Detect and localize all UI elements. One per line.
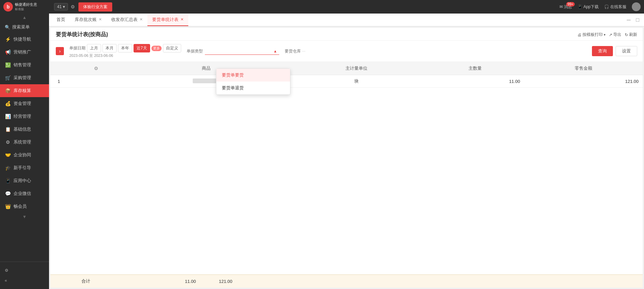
scroll-up-icon[interactable]: ▲: [0, 14, 49, 21]
inventory-icon: 📦: [5, 88, 11, 94]
warehouse-label: 要货仓库: [285, 48, 301, 54]
sidebar-item-basic[interactable]: 📋 基础信息: [0, 123, 49, 136]
type-select-box[interactable]: ▲: [205, 48, 279, 55]
app-download-label: App下载: [583, 4, 599, 10]
template-print-label: 按模板打印: [582, 32, 603, 38]
tab-order-stat-label: 要货单统计表: [152, 17, 178, 23]
operations-icon: 📊: [5, 113, 11, 119]
tab-maximize-button[interactable]: □: [634, 16, 641, 24]
filter-expand-button[interactable]: ›: [56, 47, 64, 55]
sidebar-label-wechat: 企业微信: [14, 191, 31, 197]
sidebar-item-newbie[interactable]: 🎓 新手引导: [0, 161, 49, 174]
app-version: 标准版: [15, 7, 37, 12]
export-action[interactable]: ↗ 导出: [609, 32, 621, 38]
app-name: 畅捷通好生意: [15, 2, 37, 7]
avatar[interactable]: [632, 2, 641, 11]
main-layout: ▲ 🔍 搜索菜单 ⚡ 快捷导航 📢 营销推广 💹 销售管理 🛒 采购管理 📦 库…: [0, 14, 644, 289]
sidebar-label-system: 系统管理: [14, 139, 31, 145]
sidebar-collapse[interactable]: «: [0, 275, 49, 286]
basic-icon: 📋: [5, 126, 11, 132]
tab-batch-label: 库存批次账: [75, 17, 97, 23]
col-settings-icon[interactable]: ⚙: [94, 66, 98, 71]
sidebar-label-enterprise: 企业协同: [14, 152, 31, 158]
table-footer: 合计 11.00 121.00: [50, 274, 643, 288]
sidebar-item-system[interactable]: ⚙ 系统管理: [0, 136, 49, 149]
sidebar-search[interactable]: 🔍 搜索菜单: [0, 21, 49, 33]
tab-collect[interactable]: 收发存汇总表 ✕: [106, 14, 147, 26]
date-btn-7days[interactable]: 近7天: [134, 44, 150, 52]
scroll-down-icon[interactable]: ▼: [0, 213, 49, 221]
app-download-area[interactable]: 📱 App下载: [577, 4, 599, 10]
sidebar-item-sales[interactable]: 💹 销售管理: [0, 59, 49, 71]
table-header-row: ⚙ 商品 主计量单位 主数量 零: [50, 62, 643, 75]
sidebar-label-appstore: 应用中心: [14, 178, 31, 184]
filter-action-btns: 查询 设置: [592, 46, 637, 56]
filter-dates-row: 单据日期 上月 本月 本年 近7天 更多 自定义: [69, 44, 181, 52]
purchase-icon: 🛒: [5, 75, 11, 81]
sidebar-item-member[interactable]: 👑 畅会员: [0, 200, 49, 213]
tab-batch-close[interactable]: ✕: [99, 17, 102, 22]
warehouse-group: 要货仓库 ···: [285, 48, 306, 54]
set-button[interactable]: 设置: [616, 46, 637, 56]
sidebar-item-appstore[interactable]: 📱 应用中心: [0, 174, 49, 187]
tab-order-stat[interactable]: 要货单统计表 ✕: [147, 14, 188, 26]
sidebar-item-inventory[interactable]: 📦 库存核算: [0, 84, 49, 97]
online-service-area[interactable]: 🎧 在线客服: [604, 4, 626, 10]
sidebar-item-enterprise[interactable]: 🤝 企业协同: [0, 149, 49, 161]
tab-home[interactable]: 首页: [52, 14, 70, 26]
col-settings[interactable]: ⚙: [67, 62, 125, 75]
page-header-actions: 🖨 按模板打印 ▾ ↗ 导出 ↻ 刷新: [577, 32, 637, 38]
gear-icon[interactable]: ⚙: [71, 4, 75, 9]
sidebar-label-basic: 基础信息: [14, 126, 31, 132]
cell-qty: 11.00: [426, 75, 524, 88]
dropdown-item-require[interactable]: 要货单要货: [216, 69, 290, 82]
type-select-arrow: ▲: [273, 49, 277, 53]
content-area: 首页 库存批次账 ✕ 收发存汇总表 ✕ 要货单统计表 ✕ ─ □ 要: [49, 14, 644, 289]
collapse-icon: «: [5, 278, 7, 283]
tab-order-stat-close[interactable]: ✕: [181, 17, 184, 22]
more-badge[interactable]: 更多: [151, 46, 162, 51]
dropdown-item-return[interactable]: 要货单退货: [216, 82, 290, 94]
cell-settings: [67, 75, 125, 88]
date-btn-this-month[interactable]: 本月: [102, 44, 117, 52]
message-badge: 99+: [566, 2, 575, 6]
sidebar-label-inventory: 库存核算: [14, 88, 31, 94]
member-icon: 👑: [5, 203, 11, 209]
search-menu-label: 搜索菜单: [12, 24, 30, 30]
message-area[interactable]: ✉ 消息 99+: [559, 4, 572, 10]
sidebar-item-purchase[interactable]: 🛒 采购管理: [0, 71, 49, 84]
sidebar-item-marketing[interactable]: 📢 营销推广: [0, 46, 49, 59]
query-button[interactable]: 查询: [592, 46, 613, 56]
industry-button[interactable]: 体验行业方案: [78, 2, 112, 12]
date-btn-custom[interactable]: 自定义: [163, 44, 181, 52]
date-btn-last-month[interactable]: 上月: [87, 44, 101, 52]
sidebar-item-wechat[interactable]: 💬 企业微信: [0, 187, 49, 200]
sidebar-settings[interactable]: ⚙: [0, 265, 49, 275]
sidebar-item-finance[interactable]: 💰 资金管理: [0, 97, 49, 110]
online-service-label: 在线客服: [610, 4, 626, 10]
sidebar-bottom: ⚙ «: [0, 262, 49, 289]
download-icon: 📱: [577, 4, 582, 9]
store-selector[interactable]: 41 ▾: [54, 3, 68, 10]
sidebar-label-finance: 资金管理: [14, 101, 31, 107]
tab-collect-close[interactable]: ✕: [140, 17, 143, 22]
tab-batch[interactable]: 库存批次账 ✕: [70, 14, 106, 26]
refresh-action[interactable]: ↻ 刷新: [625, 32, 637, 38]
sidebar-item-quick-nav[interactable]: ⚡ 快捷导航: [0, 33, 49, 46]
date-range-text: 2023-05-06 至 2023-06-06: [69, 53, 181, 58]
sidebar-item-operations[interactable]: 📊 经营管理: [0, 110, 49, 123]
enterprise-icon: 🤝: [5, 152, 11, 158]
cell-amount: 121.00: [524, 75, 643, 88]
table-wrapper: ⚙ 商品 主计量单位 主数量 零: [50, 62, 643, 274]
page-content: 要货单统计表(按商品) 🖨 按模板打印 ▾ ↗ 导出 ↻ 刷新: [50, 28, 643, 288]
template-print-action[interactable]: 🖨 按模板打印 ▾: [577, 32, 605, 38]
footer-amount: 121.00: [219, 279, 233, 284]
sidebar-label-quick-nav: 快捷导航: [14, 36, 31, 42]
type-label: 单据类型: [187, 48, 203, 54]
warehouse-more-icon[interactable]: ···: [302, 49, 306, 53]
date-btn-this-year[interactable]: 本年: [118, 44, 132, 52]
tab-minimize-button[interactable]: ─: [625, 16, 633, 24]
sidebar: ▲ 🔍 搜索菜单 ⚡ 快捷导航 📢 营销推广 💹 销售管理 🛒 采购管理 📦 库…: [0, 14, 49, 289]
col-qty: 主数量: [426, 62, 524, 75]
filter-bar-wrapper: › 单据日期 上月 本月 本年 近7天 更多 自定义 2023-05-06 至 …: [50, 41, 643, 62]
